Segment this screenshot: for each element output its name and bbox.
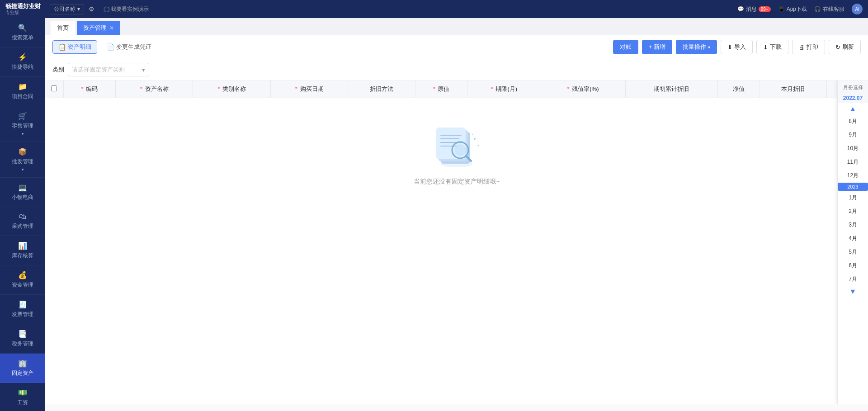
messages-button[interactable]: 💬 消息 99+ <box>737 5 771 13</box>
app-logo: 畅捷通好业财 专业版 <box>5 3 41 15</box>
tab-asset-management[interactable]: 资产管理 ✕ <box>77 21 120 35</box>
month-item-9[interactable]: 9月 <box>838 128 868 142</box>
category-dropdown[interactable]: 请选择固定资产类别 ▾ <box>68 63 149 76</box>
settings-button[interactable]: ⚙ <box>89 5 94 13</box>
tab-close-icon[interactable]: ✕ <box>109 25 114 31</box>
change-voucher-icon: 📄 <box>107 43 114 51</box>
table-container: * 编码 * 资产名称 * 类别名称 <box>45 80 868 404</box>
month-item-12[interactable]: 12月 <box>838 169 868 182</box>
tab-bar: 首页 资产管理 ✕ <box>45 18 868 35</box>
import-icon: ⬇ <box>727 44 732 51</box>
sidebar-item-wholesale[interactable]: 📦 批发管理 ▾ <box>0 142 45 178</box>
inventory-icon: 📊 <box>18 241 27 250</box>
retail-arrow-icon: ▾ <box>22 132 24 136</box>
sub-tabs: 📋 资产明细 📄 变更生成凭证 对账 + 新增 批量操作 ▾ ⬇ <box>45 35 868 59</box>
table-header-row: * 编码 * 资产名称 * 类别名称 <box>45 80 868 98</box>
reconcile-button[interactable]: 对账 <box>613 40 638 54</box>
month-nav: ▲ 8月 9月 10月 11月 12月 2023 1月 2月 3月 4月 <box>838 103 868 298</box>
year-2023-badge: 2023 <box>838 183 868 191</box>
search-icon: 🔍 <box>18 24 27 32</box>
top-bar: 畅捷通好业财 专业版 公司名称 ▾ ⚙ 我要看实例演示 💬 消息 99+ 📱 A… <box>0 0 868 18</box>
sidebar-item-purchase[interactable]: 🛍 采购管理 <box>0 207 45 236</box>
month-panel-current-year: 2022.07 <box>838 93 868 103</box>
col-period: * 期限(月) <box>467 80 541 98</box>
month-item-3[interactable]: 3月 <box>838 218 868 231</box>
col-checkbox <box>45 80 63 98</box>
asset-detail-icon: 📋 <box>58 43 66 51</box>
col-code: * 编码 <box>63 80 116 98</box>
ecommerce-icon: 💻 <box>18 183 27 192</box>
sub-tab-asset-detail[interactable]: 📋 资产明细 <box>52 40 97 54</box>
batch-button[interactable]: 批量操作 ▾ <box>676 40 717 54</box>
download-button[interactable]: ⬇ 下载 <box>756 40 788 54</box>
col-depreciation-method: 折旧方法 <box>348 80 415 98</box>
col-period-accumulated: 期初累计折旧 <box>625 80 717 98</box>
print-button[interactable]: 🖨 打印 <box>792 40 825 54</box>
batch-arrow-icon: ▾ <box>708 45 710 50</box>
month-item-7[interactable]: 7月 <box>838 273 868 286</box>
col-purchase-date: * 购买日期 <box>270 80 348 98</box>
month-item-5[interactable]: 5月 <box>838 246 868 259</box>
month-nav-up-button[interactable]: ▲ <box>848 103 859 115</box>
finance-icon: 💰 <box>18 271 27 279</box>
sidebar-item-project-contract[interactable]: 📁 项目合同 <box>0 77 45 106</box>
service-icon: 🎧 <box>814 6 821 12</box>
month-item-2[interactable]: 2月 <box>838 205 868 218</box>
demo-button[interactable]: 我要看实例演示 <box>104 5 149 13</box>
retail-icon: 🛒 <box>18 112 27 120</box>
online-service-button[interactable]: 🎧 在线客服 <box>814 5 844 13</box>
sub-tab-change-voucher[interactable]: 📄 变更生成凭证 <box>101 40 157 54</box>
message-icon: 💬 <box>737 6 744 12</box>
top-bar-right: 💬 消息 99+ 📱 App下载 🎧 在线客服 Ai <box>737 4 863 14</box>
empty-illustration <box>429 125 484 170</box>
app-download-button[interactable]: 📱 App下载 <box>778 5 807 13</box>
download-icon: 📱 <box>778 6 785 12</box>
month-item-1[interactable]: 1月 <box>838 191 868 204</box>
col-residual-rate: * 残值率(%) <box>541 80 625 98</box>
project-icon: 📁 <box>18 82 27 91</box>
category-label: 类别 <box>52 66 64 74</box>
download-icon: ⬇ <box>763 44 768 51</box>
dropdown-icon: ▾ <box>77 6 80 12</box>
svg-point-13 <box>472 134 473 135</box>
month-item-10[interactable]: 10月 <box>838 142 868 155</box>
month-panel-title: 月份选择 <box>838 80 868 93</box>
main-layout: 🔍 搜索菜单 ⚡ 快捷导航 📁 项目合同 🛒 零售管理 ▾ 📦 批发管理 ▾ 💻… <box>0 18 868 411</box>
sidebar-item-invoice[interactable]: 🧾 发票管理 <box>0 295 45 324</box>
company-selector[interactable]: 公司名称 ▾ <box>50 4 84 14</box>
select-all-checkbox[interactable] <box>51 85 57 91</box>
avatar[interactable]: Ai <box>852 4 863 14</box>
fixed-assets-icon: 🏢 <box>18 359 27 368</box>
month-list: 8月 9月 10月 11月 12月 2023 1月 2月 3月 4月 5月 6月 <box>838 115 868 286</box>
sidebar-item-tax[interactable]: 📑 税务管理 <box>0 324 45 354</box>
sidebar-item-quick-nav[interactable]: ⚡ 快捷导航 <box>0 47 45 77</box>
col-net-value: 净值 <box>717 80 760 98</box>
sidebar-item-fixed-assets[interactable]: 🏢 固定资产 <box>0 354 45 383</box>
sidebar-item-ecommerce[interactable]: 💻 小畅电商 <box>0 178 45 207</box>
import-button[interactable]: ⬇ 导入 <box>721 40 753 54</box>
month-item-4[interactable]: 4月 <box>838 232 868 245</box>
sidebar-item-finance[interactable]: 💰 资金管理 <box>0 265 45 295</box>
month-item-6[interactable]: 6月 <box>838 259 868 272</box>
sidebar-item-inventory[interactable]: 📊 库存核算 <box>0 236 45 265</box>
month-nav-down-button[interactable]: ▼ <box>848 286 859 298</box>
sidebar: 🔍 搜索菜单 ⚡ 快捷导航 📁 项目合同 🛒 零售管理 ▾ 📦 批发管理 ▾ 💻… <box>0 18 45 411</box>
invoice-icon: 🧾 <box>18 300 27 309</box>
add-button[interactable]: + 新增 <box>642 40 672 54</box>
sidebar-item-payroll[interactable]: 💵 工资 <box>0 383 45 411</box>
asset-table: * 编码 * 资产名称 * 类别名称 <box>45 80 868 98</box>
purchase-icon: 🛍 <box>19 213 26 221</box>
col-original-value: * 原值 <box>415 80 467 98</box>
content-area: 首页 资产管理 ✕ 📋 资产明细 📄 变更生成凭证 <box>45 18 868 411</box>
wholesale-arrow-icon: ▾ <box>22 167 24 172</box>
month-item-11[interactable]: 11月 <box>838 156 868 169</box>
sidebar-item-retail[interactable]: 🛒 零售管理 ▾ <box>0 106 45 142</box>
page-content: 📋 资产明细 📄 变更生成凭证 对账 + 新增 批量操作 ▾ ⬇ <box>45 35 868 411</box>
filter-row: 类别 请选择固定资产类别 ▾ <box>45 59 868 80</box>
col-name: * 资产名称 <box>116 80 193 98</box>
sidebar-item-search[interactable]: 🔍 搜索菜单 <box>0 18 45 47</box>
refresh-button[interactable]: ↻ 刷新 <box>829 40 861 54</box>
month-item-8[interactable]: 8月 <box>838 115 868 128</box>
empty-state: 当前您还没有固定资产明细哦~ <box>45 98 868 213</box>
tab-home[interactable]: 首页 <box>51 21 75 35</box>
